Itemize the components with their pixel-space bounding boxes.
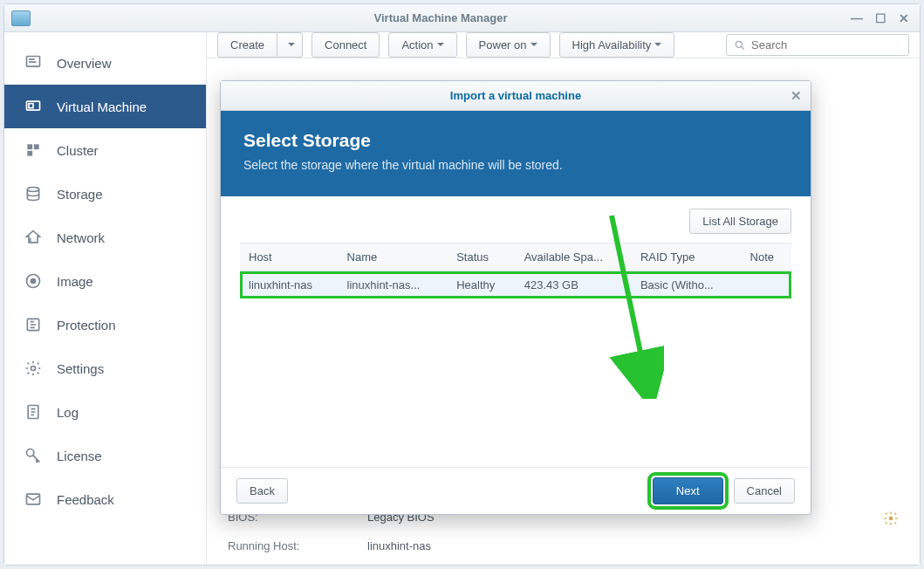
col-note[interactable]: Note [742,243,791,271]
next-button[interactable]: Next [653,477,723,504]
col-available[interactable]: Available Spa... [516,243,632,271]
sidebar-item-label: Cluster [57,143,99,158]
cell-available: 423.43 GB [516,271,632,299]
modal-close-icon[interactable]: ✕ [791,88,802,104]
cell-raid: Basic (Witho... [632,271,742,299]
sidebar-item-label: Storage [57,187,103,202]
sidebar-item-log[interactable]: Log [4,390,206,434]
sidebar-item-label: Protection [57,318,116,332]
svg-point-6 [27,188,38,192]
col-raid[interactable]: RAID Type [632,243,742,271]
svg-point-14 [736,41,742,47]
sidebar-item-label: Overview [57,56,112,71]
col-host[interactable]: Host [240,243,339,271]
modal-subheading: Select the storage where the virtual mac… [243,158,788,172]
running-host-value: linuxhint-nas [367,539,431,552]
sidebar-item-feedback[interactable]: Feedback [4,477,206,521]
running-host-row: Running Host: linuxhint-nas [217,534,909,558]
modal-body: List All Storage Host Name Status Availa… [221,196,811,467]
detail-gear-icon [883,511,899,529]
sidebar-item-label: Image [57,274,93,289]
app-icon [11,10,31,26]
sidebar-item-label: Network [57,230,105,245]
cell-note [742,271,791,299]
annotation-arrow [603,207,664,399]
toolbar: Create Connect Action Power on High Avai… [207,32,920,58]
sidebar-item-label: Virtual Machine [57,99,147,114]
search-input[interactable] [751,38,901,51]
svg-rect-2 [29,104,33,108]
sidebar-item-virtual-machine[interactable]: Virtual Machine [4,85,206,128]
settings-icon [24,359,43,378]
sidebar-item-cluster[interactable]: Cluster [4,128,206,172]
log-icon [24,402,43,422]
sidebar-item-license[interactable]: License [4,434,206,477]
protection-icon [24,315,43,334]
power-on-button[interactable]: Power on [466,32,551,58]
create-button-group[interactable]: Create [217,32,303,58]
window-buttons: — ☐ ✕ [851,11,920,25]
storage-table: Host Name Status Available Spa... RAID T… [240,243,791,298]
svg-line-16 [612,216,647,381]
storage-row[interactable]: linuxhint-nas linuxhint-nas... Healthy 4… [240,271,791,299]
app-title: Virtual Machine Manager [31,11,851,24]
modal-heading: Select Storage [243,130,788,151]
create-button[interactable]: Create [217,32,277,58]
svg-rect-3 [27,144,32,149]
running-host-label: Running Host: [228,539,367,552]
image-icon [24,271,43,291]
col-status[interactable]: Status [448,243,516,271]
overview-icon [24,53,43,72]
sidebar-item-label: Feedback [57,492,114,507]
cell-status: Healthy [448,271,516,299]
feedback-icon [24,490,43,509]
modal-titlebar: Import a virtual machine ✕ [221,81,811,111]
svg-rect-0 [27,57,40,67]
network-icon [24,228,43,247]
sidebar-item-overview[interactable]: Overview [4,41,206,85]
sidebar-item-label: Settings [57,361,104,376]
cell-name: linuxhint-nas... [339,271,448,299]
sidebar-item-label: License [57,449,102,463]
create-caret[interactable] [277,32,303,58]
minimize-icon[interactable]: — [851,11,863,25]
modal-title-text: Import a virtual machine [221,89,811,102]
license-icon [24,446,43,465]
cell-host: linuxhint-nas [240,271,339,299]
sidebar-item-network[interactable]: Network [4,216,206,259]
cluster-icon [24,141,43,160]
svg-point-15 [889,517,893,521]
modal-footer: Back Next Cancel [221,467,811,514]
sidebar-item-settings[interactable]: Settings [4,346,206,390]
storage-icon [24,184,43,203]
connect-button[interactable]: Connect [311,32,380,58]
maximize-icon[interactable]: ☐ [875,11,886,25]
col-name[interactable]: Name [339,243,448,271]
close-icon[interactable]: ✕ [899,11,909,25]
action-button[interactable]: Action [388,32,456,58]
svg-point-10 [31,367,36,371]
list-all-storage-button[interactable]: List All Storage [689,209,791,234]
sidebar: Overview Virtual Machine Cluster Storage [4,32,207,565]
sidebar-item-storage[interactable]: Storage [4,172,206,216]
vm-icon [24,97,43,116]
svg-rect-5 [27,151,32,156]
back-button[interactable]: Back [236,478,288,504]
svg-rect-4 [34,144,39,149]
search-icon [734,39,746,51]
modal-banner: Select Storage Select the storage where … [221,111,811,196]
svg-point-8 [31,279,36,284]
search-box[interactable] [726,34,909,56]
sidebar-item-protection[interactable]: Protection [4,303,206,346]
cancel-button[interactable]: Cancel [734,478,795,504]
sidebar-item-image[interactable]: Image [4,259,206,303]
titlebar: Virtual Machine Manager — ☐ ✕ [4,4,920,32]
sidebar-item-label: Log [57,405,79,420]
import-vm-modal: Import a virtual machine ✕ Select Storag… [220,80,811,515]
high-availability-button[interactable]: High Availability [559,32,675,58]
